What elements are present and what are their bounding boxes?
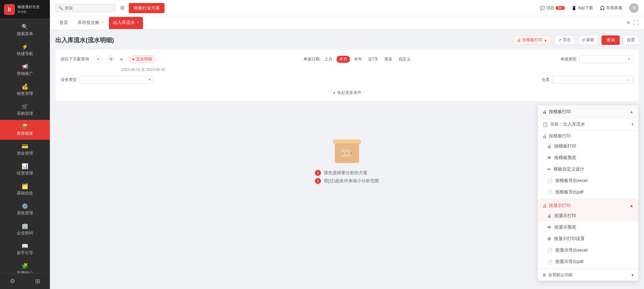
date-range-display: 2023-06-01 至 2023-06-30 xyxy=(121,67,165,72)
tab-batch-close[interactable]: × xyxy=(101,21,104,24)
sidebar-item-enterprise[interactable]: 🏢 企业协同 xyxy=(0,219,50,239)
sidebar-item-operation[interactable]: 📊 经营管理 xyxy=(0,160,50,180)
warehouse-filter: 仓库 ··· xyxy=(541,76,633,84)
sidebar-item-quick-nav[interactable]: ⚡ 快捷导航 xyxy=(0,40,50,60)
sidebar-item-basic[interactable]: 🗂️ 基础信息 xyxy=(0,180,50,200)
display-print-section: 🖨 按显示打印 ▲ 🖨 按显示打印 👁 按显示预览 xyxy=(538,200,638,267)
app-download-label: App下载 xyxy=(578,5,593,11)
filter-config-btn[interactable]: ⚙ xyxy=(107,55,115,63)
export-btn[interactable]: ↗ 导出 xyxy=(554,35,575,45)
sidebar-item-system[interactable]: ⚙️ 系统管理 xyxy=(0,200,50,219)
sidebar-item-sales[interactable]: 💰 销售管理 xyxy=(0,80,50,100)
svg-rect-0 xyxy=(333,139,361,144)
dropdown-header[interactable]: 🖨 按模板打印 ▲ xyxy=(538,105,638,119)
app-logo-icon: b xyxy=(4,4,15,15)
sidebar-item-purchase[interactable]: 🛒 采购管理 xyxy=(0,100,50,120)
message-btn[interactable]: 💬 消息 99+ xyxy=(540,5,565,11)
warehouse-input-wrap: ··· xyxy=(552,76,633,84)
sidebar-footer: ⚙ ⊞ xyxy=(0,273,50,289)
template-export-pdf-item[interactable]: 📄 按模板导出pdf xyxy=(538,186,638,198)
display-export-pdf-item[interactable]: 📄 按显示导出pdf xyxy=(538,256,638,267)
voucher-type-label: 单据类型 xyxy=(560,56,577,62)
warehouse-input[interactable] xyxy=(552,76,633,84)
sidebar-settings-btn[interactable]: ⚙ xyxy=(10,278,15,285)
current-template-row[interactable]: 📋 当前：出入库流水 ▾ xyxy=(538,119,638,130)
template-preview-item[interactable]: 👁 按模板预览 xyxy=(538,152,638,163)
template-print-item[interactable]: 🖨 按模板打印 xyxy=(538,140,638,152)
step-1-text: 请先选择要分析的方案 xyxy=(324,170,368,176)
tab-expand-btn[interactable]: ⛶ xyxy=(633,20,639,26)
tab-batch-label: 库存批次账 xyxy=(78,20,99,26)
tab-flow[interactable]: 出入库流水 × xyxy=(109,17,143,29)
section-divider xyxy=(538,199,638,199)
inventory-icon: 📦 xyxy=(22,123,28,130)
user-avatar[interactable]: 用 xyxy=(629,3,639,13)
message-label: 消息 xyxy=(546,5,554,11)
sidebar: b 畅捷通好生意 标准版 🔍 搜索菜单 ⚡ 快捷导航 📢 营销推广 💰 销售管理… xyxy=(0,0,50,289)
chip-icon: ● xyxy=(132,57,135,61)
current-template-arrow: ▾ xyxy=(632,122,634,127)
sidebar-expand-btn[interactable]: ⊞ xyxy=(35,278,40,285)
tp-print-label: 按模板打印 xyxy=(554,143,576,149)
settings-btn[interactable]: 设置 xyxy=(623,35,639,45)
footer-divider xyxy=(538,268,638,268)
business-type-select[interactable] xyxy=(80,76,154,84)
template-custom-item[interactable]: ✏ 模板自定义设计 xyxy=(538,163,638,175)
settings-default-icon: ⚙ xyxy=(543,273,546,278)
tp-preview-label: 按模板预览 xyxy=(554,155,576,161)
preset-this-month[interactable]: 本月 xyxy=(336,56,350,63)
app-download-btn[interactable]: 📱 App下载 xyxy=(572,5,593,11)
tab-flow-label: 出入库流水 xyxy=(113,20,135,26)
sidebar-item-guide[interactable]: 📖 新手引导 xyxy=(0,239,50,259)
tab-home-label: 首页 xyxy=(59,20,68,26)
empty-step-1: 1 请先选择要分析的方案 xyxy=(315,170,379,176)
trial-btn[interactable]: 体验行业方案 xyxy=(129,3,165,13)
preset-more[interactable]: 更多 xyxy=(382,56,394,63)
export-icon: ↗ xyxy=(558,38,561,43)
add-icon: + xyxy=(97,56,99,62)
sidebar-item-label: 采购管理 xyxy=(17,111,33,116)
tab-flow-close[interactable]: × xyxy=(137,21,139,24)
preset-7days[interactable]: 近7天 xyxy=(366,56,381,63)
print-template-btn[interactable]: 🖨 按模板打印 ▲ xyxy=(513,35,551,45)
system-icon: ⚙️ xyxy=(22,203,28,209)
message-icon: 💬 xyxy=(540,6,545,10)
svg-point-3 xyxy=(342,152,344,154)
filter-add-btn[interactable]: + xyxy=(94,55,102,63)
display-preview-item[interactable]: 👁 按显示预览 xyxy=(538,221,638,233)
active-filter-chip[interactable]: ● 流水明细 xyxy=(128,55,156,63)
search-input[interactable] xyxy=(65,6,109,10)
sidebar-item-search[interactable]: 🔍 搜索菜单 xyxy=(0,20,50,40)
header-settings-icon[interactable]: ⚙ xyxy=(120,5,125,11)
tab-close-window-btn[interactable]: ✕ xyxy=(626,20,631,26)
refresh-btn[interactable]: ↺ 刷新 xyxy=(578,35,598,45)
query-btn[interactable]: 查询 xyxy=(602,35,620,45)
display-print-settings-item[interactable]: ⚙ 按显示打印设置 xyxy=(538,233,638,244)
warehouse-more-btn[interactable]: ··· xyxy=(626,77,631,82)
voucher-type-select[interactable] xyxy=(579,55,633,63)
finance-icon: 💳 xyxy=(22,143,28,150)
display-print-header[interactable]: 🖨 按显示打印 ▲ xyxy=(538,200,638,210)
preset-last-month[interactable]: 上月 xyxy=(322,56,334,63)
preset-custom[interactable]: 自定义 xyxy=(397,56,413,63)
sidebar-item-label: 搜索菜单 xyxy=(17,31,33,37)
dp-pdf-icon: 📄 xyxy=(547,259,553,264)
sidebar-item-label: 快捷导航 xyxy=(17,51,33,57)
template-export-excel-item[interactable]: 📄 按模板导出excel xyxy=(538,175,638,186)
tab-batch[interactable]: 库存批次账 × xyxy=(74,17,108,29)
display-export-excel-item[interactable]: 📄 按显示导出excel xyxy=(538,244,638,256)
display-print-item[interactable]: 🖨 按显示打印 xyxy=(538,210,638,221)
collapse-label: 收起更多条件 xyxy=(337,90,361,96)
preset-this-year[interactable]: 本年 xyxy=(352,56,364,63)
sidebar-item-inventory[interactable]: 📦 库存核算 xyxy=(0,120,50,140)
online-service-btn[interactable]: 🎧 在线客服 xyxy=(600,5,622,11)
sidebar-item-marketing[interactable]: 📢 营销推广 xyxy=(0,60,50,80)
tab-home[interactable]: 首页 xyxy=(55,17,72,29)
dropdown-footer[interactable]: ⚙ 设置默认功能 ▾ xyxy=(538,269,638,281)
filter-collapse-left-btn[interactable]: « xyxy=(120,56,123,62)
sidebar-item-label: 应用中心 xyxy=(17,270,33,273)
sidebar-item-app-center[interactable]: 🧩 应用中心 xyxy=(0,259,50,273)
collapse-row[interactable]: ∧ 收起更多条件 xyxy=(61,88,633,96)
brand-name: 畅捷通好生意 xyxy=(18,4,40,9)
sidebar-item-finance[interactable]: 💳 资金管理 xyxy=(0,140,50,160)
